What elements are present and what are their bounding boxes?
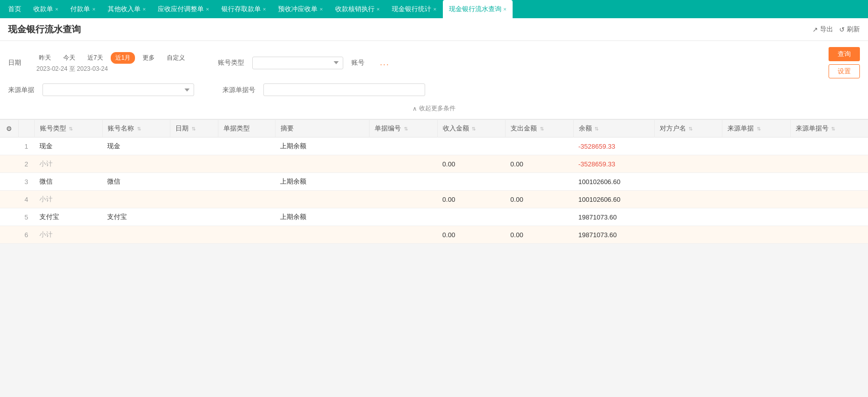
nav-close-bank-deposit[interactable]: × — [263, 0, 266, 18]
nav-close-writeoff[interactable]: × — [377, 0, 380, 18]
account-label: 账号 — [351, 58, 370, 67]
page-header: 现金银行流水查询 ↗ 导出 ↺ 刷新 — [0, 18, 868, 41]
col-summary: 摘要 — [275, 120, 369, 138]
nav-item-cash-stat[interactable]: 现金银行统计× — [386, 0, 442, 18]
col-doc-type: 单据类型 — [218, 120, 275, 138]
table-row: 6小计0.000.0019871073.60 — [0, 226, 868, 244]
nav-item-prepay[interactable]: 预收冲应收单× — [272, 0, 329, 18]
col-counterpart[interactable]: 对方户名 ⇅ — [654, 120, 722, 138]
table-row: 2小计0.000.00-3528659.33 — [0, 155, 868, 173]
collapse-arrow-icon: ∧ — [413, 105, 417, 112]
top-nav: 首页收款单×付款单×其他收入单×应收应付调整单×银行存取款单×预收冲应收单×收款… — [0, 0, 868, 18]
nav-close-receipt[interactable]: × — [55, 0, 58, 18]
table-row: 1现金现金上期余额-3528659.33 — [0, 138, 868, 155]
nav-close-cash-flow[interactable]: × — [504, 0, 507, 18]
account-type-label: 账号类型 — [218, 58, 244, 67]
nav-close-arpa-adjust[interactable]: × — [206, 0, 209, 18]
collapse-label: 收起更多条件 — [419, 104, 455, 113]
col-source-doc-no[interactable]: 来源单据号 ⇅ — [790, 120, 868, 138]
col-date[interactable]: 日期 ⇅ — [170, 120, 218, 138]
filter-area: 日期 昨天今天近7天近1月更多自定义 2023-02-24 至 2023-03-… — [0, 41, 868, 119]
page-title: 现金银行流水查询 — [8, 23, 81, 35]
col-settings[interactable]: ⚙ — [0, 120, 18, 138]
col-account-name[interactable]: 账号名称 ⇅ — [102, 120, 170, 138]
table-container: ⚙ 账号类型 ⇅ 账号名称 ⇅ 日期 ⇅ 单据类型 摘要 单据编号 ⇅ 收入金额… — [0, 119, 868, 244]
nav-item-home[interactable]: 首页 — [2, 0, 27, 18]
date-option-今天[interactable]: 今天 — [59, 52, 80, 64]
table-row: 4小计0.000.00100102606.60 — [0, 191, 868, 208]
nav-close-prepay[interactable]: × — [319, 0, 323, 18]
date-block: 昨天今天近7天近1月更多自定义 2023-02-24 至 2023-03-24 — [34, 52, 190, 73]
date-option-更多[interactable]: 更多 — [138, 52, 159, 64]
table-row: 5支付宝支付宝上期余额19871073.60 — [0, 208, 868, 226]
table-row: 3微信微信上期余额100102606.60 — [0, 173, 868, 191]
date-option-昨天[interactable]: 昨天 — [34, 52, 56, 64]
nav-item-other-income[interactable]: 其他收入单× — [102, 0, 152, 18]
col-doc-no[interactable]: 单据编号 ⇅ — [370, 120, 437, 138]
date-option-近1月[interactable]: 近1月 — [111, 52, 135, 64]
nav-item-cash-flow[interactable]: 现金银行流水查询× — [443, 0, 513, 18]
col-source-doc[interactable]: 来源单据 ⇅ — [722, 120, 790, 138]
account-more-button[interactable]: ... — [378, 58, 391, 67]
account-type-select[interactable] — [252, 57, 343, 69]
query-button[interactable]: 查询 — [829, 47, 860, 61]
collapse-bar[interactable]: ∧ 收起更多条件 — [8, 101, 860, 115]
date-option-近7天[interactable]: 近7天 — [83, 52, 108, 64]
source-doc-select[interactable] — [42, 83, 194, 96]
settings-button[interactable]: 设置 — [829, 64, 860, 78]
nav-item-bank-deposit[interactable]: 银行存取款单× — [215, 0, 272, 18]
nav-item-arpa-adjust[interactable]: 应收应付调整单× — [152, 0, 215, 18]
export-icon: ↗ — [812, 26, 818, 33]
nav-close-cash-stat[interactable]: × — [433, 0, 436, 18]
table-body: 1现金现金上期余额-3528659.332小计0.000.00-3528659.… — [0, 138, 868, 244]
col-balance[interactable]: 余额 ⇅ — [573, 120, 654, 138]
data-table: ⚙ 账号类型 ⇅ 账号名称 ⇅ 日期 ⇅ 单据类型 摘要 单据编号 ⇅ 收入金额… — [0, 119, 868, 244]
date-option-自定义[interactable]: 自定义 — [162, 52, 190, 64]
col-num — [18, 120, 34, 138]
col-account-type[interactable]: 账号类型 ⇅ — [34, 120, 102, 138]
col-income[interactable]: 收入金额 ⇅ — [437, 120, 505, 138]
header-actions: ↗ 导出 ↺ 刷新 — [812, 25, 860, 34]
source-doc-no-label: 来源单据号 — [222, 85, 255, 95]
date-options: 昨天今天近7天近1月更多自定义 — [34, 52, 190, 64]
source-doc-label: 来源单据 — [8, 85, 34, 95]
refresh-icon: ↺ — [839, 26, 845, 33]
date-range: 2023-02-24 至 2023-03-24 — [36, 65, 190, 73]
col-expense[interactable]: 支出金额 ⇅ — [506, 120, 573, 138]
filter-row-1: 日期 昨天今天近7天近1月更多自定义 2023-02-24 至 2023-03-… — [8, 47, 860, 78]
nav-close-other-income[interactable]: × — [143, 0, 146, 18]
nav-close-payment[interactable]: × — [92, 0, 95, 18]
nav-item-receipt[interactable]: 收款单× — [27, 0, 64, 18]
table-header-row: ⚙ 账号类型 ⇅ 账号名称 ⇅ 日期 ⇅ 单据类型 摘要 单据编号 ⇅ 收入金额… — [0, 120, 868, 138]
right-buttons: 查询 设置 — [829, 47, 860, 78]
export-button[interactable]: ↗ 导出 — [812, 25, 833, 34]
nav-item-payment[interactable]: 付款单× — [64, 0, 101, 18]
filter-row-2: 来源单据 来源单据号 — [8, 83, 860, 96]
date-label: 日期 — [8, 58, 26, 67]
nav-item-writeoff[interactable]: 收款核销执行× — [329, 0, 386, 18]
refresh-button[interactable]: ↺ 刷新 — [839, 25, 860, 34]
source-doc-no-input[interactable] — [263, 83, 425, 96]
